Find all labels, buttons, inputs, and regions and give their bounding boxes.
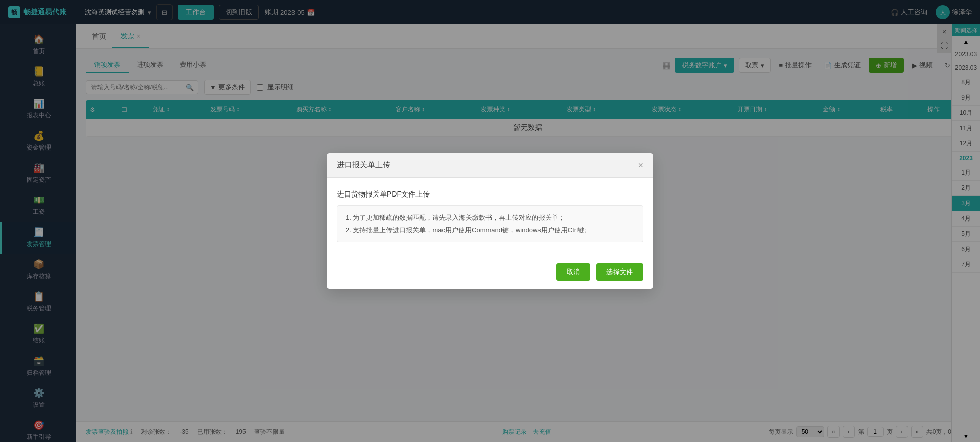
modal-footer: 取消 选择文件 (327, 255, 653, 289)
modal-overlay[interactable]: 进口报关单上传 × 进口货物报关单PDF文件上传 1. 为了更加稀疏的数据匹配，… (0, 0, 980, 442)
modal-info-box: 1. 为了更加稀疏的数据匹配，请先录入海关缴款书，再上传对应的报关单； 2. 支… (337, 205, 643, 242)
modal-title: 进口报关单上传 (337, 160, 390, 170)
import-customs-modal: 进口报关单上传 × 进口货物报关单PDF文件上传 1. 为了更加稀疏的数据匹配，… (327, 153, 653, 289)
modal-close-button[interactable]: × (638, 161, 643, 170)
modal-instruction-1: 1. 为了更加稀疏的数据匹配，请先录入海关缴款书，再上传对应的报关单； (346, 212, 634, 224)
modal-body: 进口货物报关单PDF文件上传 1. 为了更加稀疏的数据匹配，请先录入海关缴款书，… (327, 178, 653, 255)
modal-header: 进口报关单上传 × (327, 153, 653, 178)
modal-select-file-button[interactable]: 选择文件 (596, 263, 643, 281)
modal-instruction-2: 2. 支持批量上传进口报关单，mac用户使用Command键，windows用户… (346, 224, 634, 236)
modal-cancel-button[interactable]: 取消 (556, 263, 590, 281)
modal-section-title: 进口货物报关单PDF文件上传 (337, 190, 643, 199)
